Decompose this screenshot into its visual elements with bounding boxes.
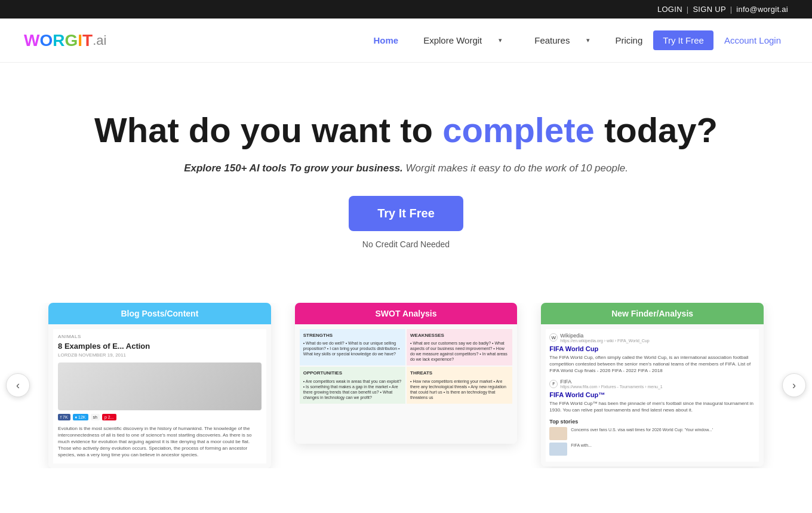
logo-t: T (82, 31, 93, 50)
blog-card-header: Blog Posts/Content (48, 303, 271, 324)
hero-section: What do you want to complete today? Expl… (0, 63, 812, 303)
top-stories-label: Top stories (549, 419, 755, 425)
carousel-next-button[interactable]: › (782, 373, 806, 397)
story-2-text: FIFA with... (571, 443, 592, 448)
logo[interactable]: WORGIT.ai (24, 31, 106, 50)
nav-pricing[interactable]: Pricing (608, 30, 650, 50)
logo-r: R (53, 31, 64, 50)
hero-cta-button[interactable]: Try It Free (349, 196, 463, 231)
subtitle-bold: Explore 150+ AI tools To grow your busin… (184, 162, 403, 174)
hero-headline: What do you want to complete today? (24, 110, 788, 150)
logo-ai: .ai (93, 33, 106, 48)
swot-strengths-label: STRENGTHS (303, 333, 402, 339)
chevron-down-icon: ▾ (579, 32, 597, 49)
signup-link[interactable]: SIGN UP (693, 5, 725, 14)
headline-today: today? (604, 110, 718, 149)
no-credit-text: No Credit Card Needed (24, 239, 788, 249)
logo-o: O (39, 31, 53, 50)
blog-text: Evolution is the most scientific discove… (58, 425, 262, 459)
nav-home[interactable]: Home (366, 30, 405, 50)
finder-story-1: Concerns over fans U.S. visa wait times … (549, 427, 755, 440)
logo-i: I (78, 31, 82, 50)
swot-card-body: STRENGTHS • What do we do well? • What i… (295, 324, 518, 444)
finder-card-body: W Wikipedia https://en.wikipedia.org › w… (541, 324, 764, 466)
nav-explore[interactable]: Explore Worgit ▾ (409, 26, 516, 55)
finder-story-2: FIFA with... (549, 443, 755, 456)
nav-links: Home Explore Worgit ▾ Features ▾ Pricing… (366, 26, 788, 55)
nav-features[interactable]: Features ▾ (520, 26, 604, 55)
wikipedia-icon: W (549, 333, 558, 342)
blog-social-buttons: f 7K ♦ 12K sh p 2... (58, 414, 262, 420)
carousel-track: Blog Posts/Content ANIMALS 8 Examples of… (42, 303, 770, 468)
swot-threats-label: THREATS (410, 370, 509, 376)
story-1-image (549, 427, 567, 440)
swot-weaknesses: WEAKNESSES • What are our customers say … (407, 329, 512, 366)
swot-threats-text: • How new competitors entering your mark… (410, 379, 509, 400)
chevron-down-icon: ▾ (491, 32, 509, 49)
headline-complete: complete (442, 110, 595, 149)
swot-card-header: SWOT Analysis (295, 303, 518, 324)
swot-opportunities: OPPORTUNITIES • Are competitors weak in … (300, 367, 405, 404)
navigation: WORGIT.ai Home Explore Worgit ▾ Features… (0, 19, 812, 63)
blog-tw-btn[interactable]: ♦ 12K (73, 414, 88, 420)
finder-title-1: FIFA World Cup (549, 345, 755, 352)
story-2-image (549, 443, 567, 456)
hero-subtitle: Explore 150+ AI tools To grow your busin… (24, 162, 788, 174)
blog-inner: ANIMALS 8 Examples of E... Action LORDZB… (53, 329, 266, 463)
swot-weaknesses-text: • What are our customers say we do badly… (410, 340, 509, 362)
email-link[interactable]: info@worgit.ai (736, 5, 788, 14)
carousel-card-swot: SWOT Analysis STRENGTHS • What do we do … (295, 303, 518, 444)
top-bar: LOGIN | SIGN UP | info@worgit.ai (0, 0, 812, 19)
logo-w: W (24, 31, 39, 50)
blog-share-btn[interactable]: sh (91, 414, 100, 420)
swot-opportunities-text: • Are competitors weak in areas that you… (303, 379, 402, 400)
blog-pin-btn[interactable]: p 2... (102, 414, 116, 420)
finder-desc-2: The FIFA World Cup™ has been the pinnacl… (549, 400, 755, 413)
headline-before: What do you want to (94, 110, 433, 149)
finder-source-2-info: FIFA https://www.fifa.com › Fixtures - T… (560, 379, 662, 389)
swot-threats: THREATS • How new competitors entering y… (407, 367, 512, 404)
blog-meta: LORDZB NOVEMBER 19, 2011 (58, 352, 262, 358)
story-1-text: Concerns over fans U.S. visa wait times … (571, 427, 713, 432)
finder-title-2: FIFA World Cup™ (549, 391, 755, 398)
carousel: ‹ Blog Posts/Content ANIMALS 8 Examples … (0, 303, 812, 468)
carousel-card-finder: New Finder/Analysis W Wikipedia https://… (541, 303, 764, 466)
separator-2: | (730, 5, 733, 14)
finder-source-1-info: Wikipedia https://en.wikipedia.org › wik… (560, 333, 649, 343)
swot-strengths-text: • What do we do well? • What is our uniq… (303, 340, 402, 357)
blog-title: 8 Examples of E... Action (58, 342, 262, 351)
finder-card-header: New Finder/Analysis (541, 303, 764, 324)
subtitle-normal: Worgit makes it easy to do the work of 1… (403, 162, 628, 174)
perfect-fit-section: A perfect fit for every company (0, 504, 812, 513)
carousel-card-blog: Blog Posts/Content ANIMALS 8 Examples of… (48, 303, 271, 468)
fifa-icon: F (549, 380, 558, 388)
blog-fb-btn[interactable]: f 7K (58, 414, 70, 420)
login-link[interactable]: LOGIN (657, 5, 682, 14)
blog-tag: ANIMALS (58, 334, 262, 339)
swot-opportunities-label: OPPORTUNITIES (303, 370, 402, 376)
swot-weaknesses-label: WEAKNESSES (410, 333, 509, 339)
nav-account-login[interactable]: Account Login (717, 30, 788, 50)
blog-card-body: ANIMALS 8 Examples of E... Action LORDZB… (48, 324, 271, 468)
logo-g: G (64, 31, 78, 50)
blog-image (58, 363, 262, 410)
finder-source-1: W Wikipedia https://en.wikipedia.org › w… (549, 333, 755, 343)
nav-try-free-button[interactable]: Try It Free (653, 30, 713, 50)
finder-desc-1: The FIFA World Cup, often simply called … (549, 354, 755, 374)
separator-1: | (687, 5, 689, 14)
finder-inner: W Wikipedia https://en.wikipedia.org › w… (546, 329, 759, 462)
swot-strengths: STRENGTHS • What do we do well? • What i… (300, 329, 405, 366)
carousel-prev-button[interactable]: ‹ (6, 373, 30, 397)
finder-source-2: F FIFA https://www.fifa.com › Fixtures -… (549, 379, 755, 389)
swot-grid: STRENGTHS • What do we do well? • What i… (300, 329, 513, 404)
